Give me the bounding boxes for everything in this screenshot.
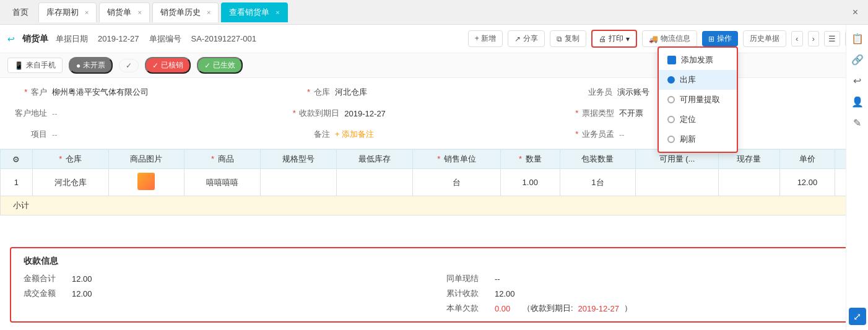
print-dropdown-icon: ▾: [626, 35, 630, 43]
payment-right-col: 同单现结 -- 累计收款 12.00 本单欠款 0.00 （收款到期日: 201…: [446, 273, 844, 314]
cell-qty: 1.00: [500, 169, 560, 196]
th-product-img: 商品图片: [108, 150, 184, 169]
operate-dropdown-container: ⊞ 操作 添加发票 出库: [702, 31, 738, 46]
payment-info-box: 收款信息 金额合计 12.00 成交金额 12.00 同单现结 --: [10, 247, 858, 323]
print-button[interactable]: 🖨 打印 ▾: [591, 30, 637, 48]
ticket-value: 不开票: [619, 108, 643, 119]
dropdown-refresh[interactable]: 刷新: [659, 129, 737, 149]
add-button[interactable]: + 新增: [468, 30, 503, 47]
tab-history-close[interactable]: ×: [207, 9, 210, 16]
window-close-button[interactable]: ×: [848, 7, 863, 18]
tab-inventory-init[interactable]: 库存期初 ×: [38, 2, 97, 22]
locate-label: 定位: [680, 114, 696, 125]
sidebar-expand-icon[interactable]: ⤢: [849, 308, 866, 325]
cell-available: [636, 169, 718, 196]
check-icon: ✓: [126, 61, 132, 70]
cell-spec: [261, 169, 337, 196]
operate-button[interactable]: ⊞ 操作: [702, 31, 738, 46]
sidebar-link-icon[interactable]: 🔗: [849, 51, 866, 68]
check-status-button[interactable]: ✓: [119, 59, 139, 72]
sales-table: ⚙ * 仓库 商品图片 * 商品 规格型号 最低库存 * 销售单位 * 数量 包…: [0, 149, 868, 215]
effective-button[interactable]: ✓ 已生效: [197, 57, 243, 74]
subtotal-row: 小计: [1, 196, 868, 215]
available-qty-icon: [667, 96, 675, 103]
dropdown-available-qty[interactable]: 可用量提取: [659, 90, 737, 110]
sidebar-user-icon[interactable]: 👤: [849, 93, 866, 110]
project-field: 项目 --: [10, 126, 293, 142]
nav-next-button[interactable]: ›: [808, 31, 819, 46]
th-settings: ⚙: [1, 150, 33, 169]
out-warehouse-icon: [667, 76, 675, 84]
cancelled-button[interactable]: ✓ 已核销: [145, 57, 191, 74]
history-button[interactable]: 历史单据: [743, 30, 786, 47]
address-field: 客户地址 --: [10, 105, 293, 121]
th-min-stock: 最低库存: [337, 150, 413, 169]
add-invoice-icon: [667, 56, 676, 64]
toolbar-actions: + 新增 ↗ 分享 ⧉ 复制 🖨 打印 ▾ 🚚 物流信息: [468, 30, 861, 48]
add-note-button[interactable]: + 添加备注: [335, 129, 374, 140]
sidebar-edit-icon[interactable]: ✎: [849, 114, 866, 131]
warehouse-value: 河北仓库: [335, 87, 367, 98]
current-due-label: 本单欠款: [446, 303, 490, 314]
copy-button[interactable]: ⧉ 复制: [550, 30, 586, 47]
cell-no: 1: [1, 169, 33, 196]
th-product: * 商品: [184, 150, 261, 169]
tab-check-close[interactable]: ×: [276, 9, 279, 16]
view-list-button[interactable]: ☰: [824, 31, 840, 46]
tab-inventory-close[interactable]: ×: [85, 9, 89, 16]
dropdown-add-invoice[interactable]: 添加发票: [659, 50, 737, 70]
due-date-field: * 收款到期日 2019-12-27: [293, 105, 576, 121]
dropdown-locate[interactable]: 定位: [659, 110, 737, 129]
cell-product-img: [108, 169, 184, 196]
not-open-button[interactable]: ● 未开票: [69, 57, 113, 74]
sidebar-return-icon[interactable]: ↩: [849, 72, 866, 89]
tab-sales-close[interactable]: ×: [137, 9, 141, 16]
table-container: ⚙ * 仓库 商品图片 * 商品 规格型号 最低库存 * 销售单位 * 数量 包…: [0, 149, 868, 240]
th-spec: 规格型号: [261, 150, 337, 169]
cell-product: 嘻嘻嘻嘻: [184, 169, 261, 196]
add-invoice-label: 添加发票: [681, 54, 713, 66]
sidebar-clipboard-icon[interactable]: 📋: [849, 30, 866, 47]
accumulated-row: 累计收款 12.00: [446, 288, 844, 299]
meta-no-label: 单据编号: [149, 33, 181, 45]
cell-current-stock: [718, 169, 780, 196]
staff2-value: --: [619, 130, 625, 139]
effective-check-icon: ✓: [204, 61, 210, 70]
transaction-value: 12.00: [72, 289, 92, 298]
th-unit: * 销售单位: [413, 150, 501, 169]
dropdown-out-warehouse[interactable]: 出库: [659, 70, 737, 90]
same-order-row: 同单现结 --: [446, 273, 844, 284]
available-qty-label: 可用量提取: [680, 94, 720, 105]
tab-sales-order[interactable]: 销货单 ×: [99, 2, 149, 22]
ticket-dot-icon: ●: [76, 61, 80, 70]
logistics-button[interactable]: 🚚 物流信息: [642, 30, 697, 47]
cell-warehouse: 河北仓库: [32, 169, 108, 196]
doc-icon: ↩: [7, 34, 15, 44]
right-sidebar: 📋 🔗 ↩ 👤 ✎ ⤢: [846, 25, 868, 330]
cancelled-check-icon: ✓: [152, 61, 158, 70]
doc-title: 销货单: [22, 33, 48, 45]
tab-home[interactable]: 首页: [5, 2, 36, 22]
meta-date-label: 单据日期: [56, 33, 88, 45]
share-button[interactable]: ↗ 分享: [508, 30, 545, 47]
note-field: 备注 + 添加备注: [293, 126, 576, 142]
tab-check-sales[interactable]: 查看销货单 ×: [221, 2, 287, 22]
mobile-icon: 📱: [14, 61, 24, 70]
nav-prev-button[interactable]: ‹: [791, 31, 802, 46]
tab-sales-history[interactable]: 销货单历史 ×: [152, 2, 219, 22]
th-pack-qty: 包装数量: [560, 150, 636, 169]
refresh-icon: [667, 136, 675, 143]
transaction-row: 成交金额 12.00: [24, 288, 422, 299]
th-warehouse: * 仓库: [32, 150, 108, 169]
settings-icon[interactable]: ⚙: [12, 155, 20, 164]
due-date-value: 2019-12-27: [344, 109, 386, 118]
current-due-value: 0.00: [495, 304, 510, 313]
current-due-row: 本单欠款 0.00 （收款到期日: 2019-12-27 ）: [446, 303, 844, 314]
due-date-hint-date: 2019-12-27: [578, 304, 620, 313]
print-icon: 🖨: [599, 35, 606, 43]
from-mobile-button[interactable]: 📱 来自手机: [7, 58, 63, 73]
total-label: 金额合计: [24, 273, 67, 284]
payment-left-col: 金额合计 12.00 成交金额 12.00: [24, 273, 422, 314]
same-order-label: 同单现结: [446, 273, 490, 284]
due-date-hint-text: （收款到期日:: [523, 303, 573, 314]
